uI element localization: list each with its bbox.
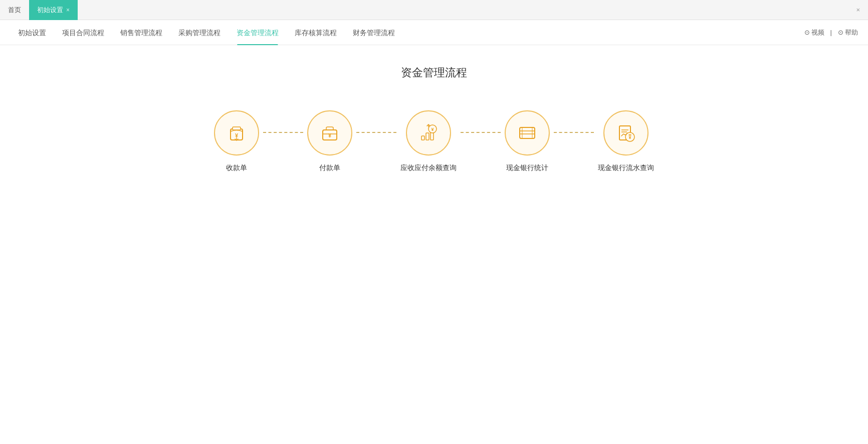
play-icon: ⊙ xyxy=(804,29,810,36)
connector-4 xyxy=(550,132,598,151)
flow-item-liushui[interactable]: ¥ 现金银行流水查询 xyxy=(598,110,654,173)
xianjin-icon xyxy=(516,122,538,144)
shoukuan-icon: ¥ xyxy=(226,122,248,144)
yingshou-icon: ¥ xyxy=(417,122,440,144)
close-icon[interactable]: × xyxy=(66,0,70,20)
fukuan-icon-circle: ¥ xyxy=(307,110,352,156)
nav-item-finance[interactable]: 财务管理流程 xyxy=(345,20,403,45)
xianjin-icon-circle xyxy=(505,110,550,156)
top-bar-right: × xyxy=(856,6,868,14)
connector-2 xyxy=(352,132,400,151)
top-bar: 首页 初始设置 × × xyxy=(0,0,868,20)
nav-right: ⊙ 视频 | ⊙ 帮助 xyxy=(804,28,858,37)
liushui-label: 现金银行流水查询 xyxy=(598,164,654,173)
nav-item-sales-management[interactable]: 销售管理流程 xyxy=(112,20,170,45)
help-label: 帮助 xyxy=(845,28,858,37)
video-label: 视频 xyxy=(811,28,824,37)
svg-text:¥: ¥ xyxy=(328,132,332,138)
connector-1 xyxy=(259,132,307,151)
page-title: 资金管理流程 xyxy=(10,65,858,80)
svg-text:¥: ¥ xyxy=(235,132,239,138)
active-tab[interactable]: 初始设置 × xyxy=(29,0,78,20)
question-icon: ⊙ xyxy=(838,29,843,36)
main-content: 资金管理流程 ¥ 收款单 xyxy=(0,45,868,444)
flow-item-shoukuan[interactable]: ¥ 收款单 xyxy=(214,110,259,173)
shoukuan-label: 收款单 xyxy=(226,164,247,173)
nav-bar: 初始设置 项目合同流程 销售管理流程 采购管理流程 资金管理流程 库存核算流程 … xyxy=(0,20,868,45)
yingshou-icon-circle: ¥ xyxy=(406,110,451,156)
flow-container: ¥ 收款单 ¥ 付款单 xyxy=(10,110,858,173)
svg-rect-6 xyxy=(421,136,424,140)
nav-item-fund-management[interactable]: 资金管理流程 xyxy=(229,20,287,45)
flow-item-xianjin[interactable]: 现金银行统计 xyxy=(505,110,550,173)
help-link[interactable]: ⊙ 帮助 xyxy=(838,28,858,37)
fukuan-label: 付款单 xyxy=(319,164,340,173)
flow-item-fukuan[interactable]: ¥ 付款单 xyxy=(307,110,352,173)
svg-text:¥: ¥ xyxy=(431,127,433,132)
shoukuan-icon-circle: ¥ xyxy=(214,110,259,156)
nav-separator: | xyxy=(830,29,832,36)
svg-rect-1 xyxy=(233,127,241,130)
nav-item-initial-setup[interactable]: 初始设置 xyxy=(10,20,54,45)
fukuan-icon: ¥ xyxy=(319,122,341,144)
svg-rect-7 xyxy=(426,133,429,140)
xianjin-label: 现金银行统计 xyxy=(506,164,548,173)
active-tab-label: 初始设置 xyxy=(37,0,63,20)
liushui-icon-circle: ¥ xyxy=(603,110,648,156)
window-close-button[interactable]: × xyxy=(856,6,860,14)
flow-item-yingshou[interactable]: ¥ 应收应付余额查询 xyxy=(400,110,457,173)
nav-item-purchase-management[interactable]: 采购管理流程 xyxy=(170,20,229,45)
home-tab[interactable]: 首页 xyxy=(0,0,29,20)
nav-item-project-contract[interactable]: 项目合同流程 xyxy=(54,20,112,45)
video-link[interactable]: ⊙ 视频 xyxy=(804,28,824,37)
connector-3 xyxy=(457,132,505,151)
yingshou-label: 应收应付余额查询 xyxy=(400,164,457,173)
liushui-icon: ¥ xyxy=(615,122,637,144)
nav-item-inventory[interactable]: 库存核算流程 xyxy=(287,20,345,45)
